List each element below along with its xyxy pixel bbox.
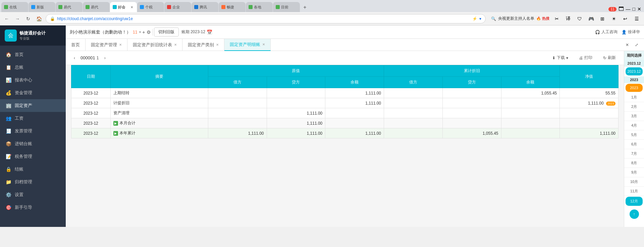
period-item-2023[interactable]: 2023 bbox=[626, 84, 643, 92]
sidebar-item-invoice[interactable]: 🧾 发票管理 bbox=[0, 125, 66, 137]
account-count: 11 bbox=[133, 30, 137, 35]
dropdown-icon[interactable]: ▾ bbox=[479, 16, 481, 21]
theme-icon[interactable]: ☀ bbox=[609, 14, 619, 23]
sidebar-item-reports[interactable]: 📊 报表中心 bbox=[0, 74, 66, 86]
prev-asset-button[interactable]: ‹ bbox=[71, 55, 78, 61]
row-orig-debit bbox=[208, 98, 267, 108]
next-asset-button[interactable]: › bbox=[102, 55, 108, 61]
browser-tab-geshui[interactable]: 个税 bbox=[137, 2, 164, 12]
sidebar-item-archive[interactable]: 📁 归档管理 bbox=[0, 176, 66, 188]
translate-icon[interactable]: 译 bbox=[564, 14, 573, 23]
grid-icon[interactable]: ⊞ bbox=[598, 14, 607, 23]
window-minimize-icon[interactable]: — bbox=[626, 6, 631, 12]
browser-tab-new[interactable]: 新版 bbox=[29, 2, 55, 12]
row-summary: 资产清理 bbox=[110, 108, 208, 118]
page-tab-close-icon[interactable]: ✕ bbox=[216, 43, 219, 47]
browser-tab-geди[interactable]: 各地 bbox=[246, 2, 273, 12]
browser-tab-haohui[interactable]: 好会 ✕ bbox=[110, 2, 137, 12]
page-tab-close-icon[interactable]: ✕ bbox=[262, 43, 265, 46]
print-button[interactable]: 🖨 打印 bbox=[576, 54, 595, 62]
page-tab-close-icon[interactable]: ✕ bbox=[119, 43, 122, 47]
sidebar-item-funds[interactable]: 💰 资金管理 bbox=[0, 86, 66, 99]
scroll-up-button[interactable]: ↑ bbox=[630, 209, 639, 219]
period-item-5[interactable]: 5月 bbox=[624, 130, 644, 140]
row-net-value: 1,111.00 bbox=[560, 128, 619, 138]
page-tab-home[interactable]: 首页 bbox=[66, 39, 86, 51]
account-settings-icon[interactable]: ⚙ bbox=[147, 29, 151, 35]
forward-button[interactable]: → bbox=[13, 15, 21, 23]
browser-tab-changjie[interactable]: 畅捷 bbox=[219, 2, 246, 12]
tab-label: 企业 bbox=[172, 5, 189, 10]
menu-icon[interactable]: ☰ bbox=[632, 14, 641, 23]
game-icon[interactable]: 🎮 bbox=[586, 14, 596, 23]
period-header: 期间选择 bbox=[624, 51, 644, 60]
sidebar-item-settings[interactable]: ⚙️ 设置 bbox=[0, 188, 66, 201]
assets-icon: 🏢 bbox=[5, 103, 11, 109]
window-restore-icon[interactable]: 🗖 bbox=[619, 6, 624, 12]
period-item-11[interactable]: 11月 bbox=[624, 187, 644, 196]
account-dropdown-icon[interactable]: ▾ bbox=[139, 30, 141, 34]
period-item-3[interactable]: 3月 bbox=[624, 112, 644, 121]
sidebar-item-label: 资金管理 bbox=[15, 90, 32, 96]
support-button[interactable]: 🎧 人工咨询 bbox=[595, 29, 618, 35]
page-tab-asset-mgmt[interactable]: 固定资产管理 ✕ bbox=[86, 39, 127, 51]
download-dropdown-icon[interactable]: ▾ bbox=[566, 56, 568, 60]
browser-tab-online[interactable]: 在线 bbox=[1, 2, 28, 12]
period-item-7[interactable]: 7月 bbox=[624, 149, 644, 159]
sidebar-item-inventory[interactable]: 📦 进销台账 bbox=[0, 137, 66, 150]
switch-version-button[interactable]: 切到旧版 bbox=[154, 27, 179, 37]
browser-tab-tencent[interactable]: 腾讯 bbox=[192, 2, 218, 12]
back-button[interactable]: ← bbox=[3, 15, 11, 23]
sidebar-item-closing[interactable]: 🔒 结账 bbox=[0, 163, 66, 176]
app-logo-sub: 专业版 bbox=[19, 36, 46, 41]
page-tab-close-icon[interactable]: ✕ bbox=[174, 43, 177, 47]
home-button[interactable]: 🏠 bbox=[35, 15, 43, 23]
window-close-icon[interactable]: ✕ bbox=[637, 6, 641, 12]
row-summary: 计提折旧 bbox=[110, 98, 208, 108]
page-tab-depreciation[interactable]: 固定资产折旧统计表 ✕ bbox=[127, 39, 182, 51]
scissors-icon[interactable]: ✂ bbox=[552, 14, 561, 23]
sidebar-item-guide[interactable]: 🎯 新手引导 bbox=[0, 201, 66, 214]
new-tab-button[interactable]: + bbox=[300, 3, 310, 12]
page-tab-category[interactable]: 固定资产类别 ✕ bbox=[182, 39, 224, 51]
period-item-1[interactable]: 1月 bbox=[624, 93, 644, 102]
history-back-icon[interactable]: ↩ bbox=[621, 14, 630, 23]
period-item-9[interactable]: 9月 bbox=[624, 168, 644, 177]
calendar-icon[interactable]: 📅 bbox=[207, 29, 212, 35]
account-name: 刘小艳演示账套（勿删勿动！） bbox=[70, 29, 131, 35]
refresh-button[interactable]: ↻ bbox=[24, 15, 32, 23]
expand-panel-icon[interactable]: ⤢ bbox=[633, 42, 640, 48]
sidebar-nav: 🏠 首页 📋 总账 📊 报表中心 💰 资金管理 🏢 固定资产 👥 工资 bbox=[0, 46, 66, 227]
url-bar[interactable]: 🔒 https://cloud.chanjet.com/accounting/u… bbox=[46, 14, 486, 23]
browser-tab-mubi[interactable]: 目前 bbox=[273, 2, 300, 12]
extension-icon[interactable]: 🛡 bbox=[575, 14, 584, 23]
home-icon: 🏠 bbox=[5, 52, 11, 58]
close-panel-icon[interactable]: ✕ bbox=[624, 42, 631, 48]
period-item-10[interactable]: 10月 bbox=[624, 177, 644, 187]
browser-tab-yidai1[interactable]: 易代 bbox=[56, 2, 83, 12]
reports-icon: 📊 bbox=[5, 77, 11, 83]
browser-tab-yidai2[interactable]: 易代 bbox=[83, 2, 110, 12]
col-accum-debit: 借方 bbox=[384, 77, 443, 88]
period-item-12[interactable]: 12月 bbox=[626, 197, 643, 206]
sidebar-item-ledger[interactable]: 📋 总账 bbox=[0, 61, 66, 74]
tab-close-icon[interactable]: ✕ bbox=[129, 5, 134, 9]
period-item-4[interactable]: 4月 bbox=[624, 121, 644, 130]
period-year[interactable]: 2023 bbox=[624, 76, 644, 83]
period-item-8[interactable]: 8月 bbox=[624, 159, 644, 168]
page-tab-ledger[interactable]: 固定资产明细账 ✕ bbox=[224, 39, 271, 51]
download-button[interactable]: ⬇ 下载 ▾ bbox=[549, 54, 571, 62]
tab-favicon bbox=[86, 5, 90, 9]
refresh-button[interactable]: ↻ 刷新 bbox=[600, 54, 619, 62]
sidebar-item-tax[interactable]: 📝 税务管理 bbox=[0, 150, 66, 163]
sidebar-item-assets[interactable]: 🏢 固定资产 bbox=[0, 99, 66, 112]
sidebar-item-home[interactable]: 🏠 首页 bbox=[0, 48, 66, 61]
sidebar-item-payroll[interactable]: 👥 工资 bbox=[0, 112, 66, 125]
add-account-icon[interactable]: + bbox=[142, 29, 145, 35]
period-item-2[interactable]: 2月 bbox=[624, 102, 644, 112]
row-accum-debit bbox=[384, 88, 443, 98]
browser-tab-qiye[interactable]: 企业 bbox=[164, 2, 191, 12]
user-menu[interactable]: 👤 徐译华 bbox=[622, 29, 640, 35]
window-maximize-icon[interactable]: □ bbox=[633, 6, 635, 12]
period-item-6[interactable]: 6月 bbox=[624, 140, 644, 149]
